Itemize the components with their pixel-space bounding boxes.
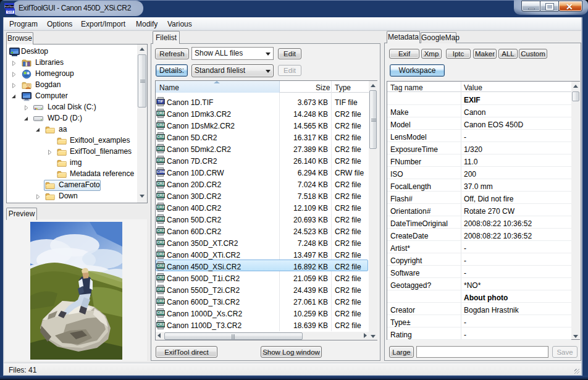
svg-text:ExifTool: ExifTool [4, 5, 14, 8]
svg-text:GUI: GUI [7, 10, 14, 14]
